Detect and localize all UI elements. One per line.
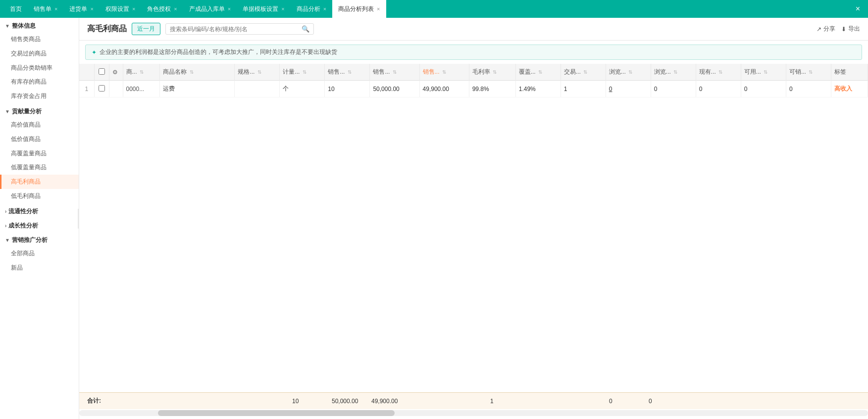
- col-code[interactable]: 商... ⇅: [123, 64, 160, 81]
- col-settings[interactable]: ⚙: [109, 64, 123, 81]
- sidebar-item-all-goods[interactable]: 全部商品: [0, 246, 79, 261]
- data-table: ⚙ 商... ⇅ 商品名称 ⇅ 规格... ⇅: [79, 64, 868, 97]
- select-all-checkbox[interactable]: [99, 68, 105, 75]
- col-gross-rate[interactable]: 毛利率 ⇅: [469, 64, 515, 81]
- content-header: 高毛利商品 近一月 🔍 ↗ 分享 ⬇ 导出: [79, 18, 868, 41]
- sidebar-item-traded-goods[interactable]: 交易过的商品: [0, 47, 79, 61]
- sidebar-item-new-goods[interactable]: 新品: [0, 261, 79, 275]
- nav-close-analysis-list[interactable]: ×: [377, 6, 380, 12]
- sidebar-item-low-value[interactable]: 低价值商品: [0, 132, 79, 146]
- nav-close-inbound[interactable]: ×: [228, 6, 231, 12]
- filter-recent-month[interactable]: 近一月: [132, 23, 160, 35]
- cell-trade: 1: [561, 81, 606, 97]
- export-button[interactable]: ⬇ 导出: [841, 25, 860, 33]
- nav-home[interactable]: 首页: [4, 0, 28, 18]
- sort-icon-browse2: ⇅: [673, 69, 677, 75]
- footer-label: 合计:: [87, 397, 111, 405]
- cell-sellable: 0: [786, 81, 831, 97]
- nav-close-purchase[interactable]: ×: [90, 6, 93, 12]
- table-row: 1 0000... 运费 个 10 50,000.00 49,900.00 99…: [79, 81, 868, 97]
- col-browse2[interactable]: 浏览... ⇅: [651, 64, 696, 81]
- col-sellable[interactable]: 可销... ⇅: [786, 64, 831, 81]
- col-sales-amount[interactable]: 销售... ⇅: [370, 64, 419, 81]
- col-name[interactable]: 商品名称 ⇅: [160, 64, 235, 81]
- nav-role-auth[interactable]: 角色授权 ×: [141, 0, 183, 18]
- col-sales-qty[interactable]: 销售... ⇅: [325, 64, 370, 81]
- nav-close-sales[interactable]: ×: [54, 6, 57, 12]
- top-navigation: 首页 销售单 × 进货单 × 权限设置 × 角色授权 × 产成品入库单 × 单据…: [0, 0, 868, 18]
- cell-sales-qty: 10: [325, 81, 370, 97]
- nav-template-settings[interactable]: 单据模板设置 ×: [237, 0, 290, 18]
- cell-name: 运费: [160, 81, 235, 97]
- nav-product-inbound[interactable]: 产成品入库单 ×: [183, 0, 237, 18]
- footer-sales-profit: 49,900.00: [368, 398, 408, 405]
- nav-close-permission[interactable]: ×: [132, 6, 135, 12]
- footer-sales-amount: 50,000.00: [329, 398, 368, 405]
- nav-sales-order[interactable]: 销售单 ×: [28, 0, 63, 18]
- cell-browse1[interactable]: 0: [606, 81, 651, 97]
- col-available[interactable]: 可用... ⇅: [741, 64, 786, 81]
- sort-icon-sales-qty: ⇅: [348, 69, 352, 75]
- cell-code: 0000...: [123, 81, 160, 97]
- nav-close-role[interactable]: ×: [174, 6, 177, 12]
- sidebar-item-low-coverage[interactable]: 低覆盖量商品: [0, 160, 79, 175]
- horizontal-scrollbar[interactable]: [79, 410, 868, 416]
- arrow-icon-3: ›: [5, 209, 6, 214]
- nav-purchase-order[interactable]: 进货单 ×: [63, 0, 99, 18]
- cell-spacer: [109, 81, 123, 97]
- sidebar-item-high-value[interactable]: 高价值商品: [0, 118, 79, 132]
- cell-checkbox[interactable]: [94, 81, 109, 97]
- table-footer: 合计: 10 50,000.00 49,900.00 1 0 0: [79, 392, 868, 409]
- col-checkbox: [94, 64, 109, 81]
- nav-permission-settings[interactable]: 权限设置 ×: [100, 0, 141, 18]
- sidebar-section-flow[interactable]: › 流通性分析: [0, 203, 79, 218]
- search-input[interactable]: [170, 26, 302, 33]
- sidebar-collapse-btn[interactable]: «: [78, 209, 79, 229]
- arrow-icon-2: ▼: [5, 109, 10, 114]
- nav-close-template[interactable]: ×: [281, 6, 284, 12]
- cell-spec: [235, 81, 280, 97]
- nav-close-analysis[interactable]: ×: [323, 6, 326, 12]
- sort-icon-available: ⇅: [764, 69, 767, 75]
- sidebar-item-sales-goods[interactable]: 销售类商品: [0, 32, 79, 47]
- sidebar-item-low-margin[interactable]: 低毛利商品: [0, 189, 79, 203]
- footer-available: 0: [646, 398, 685, 405]
- sidebar-item-high-coverage[interactable]: 高覆盖量商品: [0, 146, 79, 161]
- col-coverage[interactable]: 覆盖... ⇅: [515, 64, 561, 81]
- col-trade[interactable]: 交易... ⇅: [561, 64, 606, 81]
- sidebar-item-in-stock-goods[interactable]: 有库存的商品: [0, 75, 79, 89]
- footer-trade: 1: [487, 398, 527, 405]
- nav-close-all[interactable]: ×: [852, 4, 864, 13]
- nav-product-analysis[interactable]: 商品分析 ×: [291, 0, 332, 18]
- scroll-thumb[interactable]: [158, 410, 395, 416]
- sort-icon-name: ⇅: [190, 69, 194, 75]
- sidebar: « ▼ 整体信息 销售类商品 交易过的商品 商品分类助销率 有库存的商品 库存资…: [0, 18, 79, 419]
- table-header-row: ⚙ 商... ⇅ 商品名称 ⇅ 规格... ⇅: [79, 64, 868, 81]
- sidebar-section-contribution[interactable]: ▼ 贡献量分析: [0, 103, 79, 118]
- sidebar-section-overview[interactable]: ▼ 整体信息: [0, 18, 79, 32]
- sort-icon-browse1: ⇅: [628, 69, 632, 75]
- search-box: 🔍: [165, 23, 314, 35]
- row-checkbox[interactable]: [99, 85, 105, 92]
- col-index: [79, 64, 94, 81]
- col-browse1[interactable]: 浏览... ⇅: [606, 64, 651, 81]
- share-button[interactable]: ↗ 分享: [817, 25, 835, 33]
- sort-icon-sales-profit: ⇅: [442, 69, 446, 75]
- export-icon: ⬇: [841, 26, 846, 33]
- sidebar-section-growth[interactable]: › 成长性分析: [0, 218, 79, 232]
- nav-product-analysis-list[interactable]: 商品分析列表 ×: [332, 0, 386, 18]
- cell-index: 1: [79, 81, 94, 97]
- sort-icon-coverage: ⇅: [538, 69, 542, 75]
- arrow-icon-4: ›: [5, 223, 6, 229]
- sidebar-item-category-sales-rate[interactable]: 商品分类助销率: [0, 61, 79, 75]
- col-spec[interactable]: 规格... ⇅: [235, 64, 280, 81]
- sidebar-section-marketing[interactable]: ▼ 营销推广分析: [0, 232, 79, 246]
- col-sales-profit[interactable]: 销售... ⇅: [419, 64, 469, 81]
- sidebar-item-stock-fund[interactable]: 库存资金占用: [0, 89, 79, 103]
- sidebar-item-high-margin[interactable]: 高毛利商品: [0, 175, 79, 189]
- col-current-stock[interactable]: 现有... ⇅: [696, 64, 741, 81]
- cell-unit: 个: [280, 81, 325, 97]
- sort-icon-spec: ⇅: [257, 69, 261, 75]
- col-unit[interactable]: 计量... ⇅: [280, 64, 325, 81]
- cell-current-stock: 0: [696, 81, 741, 97]
